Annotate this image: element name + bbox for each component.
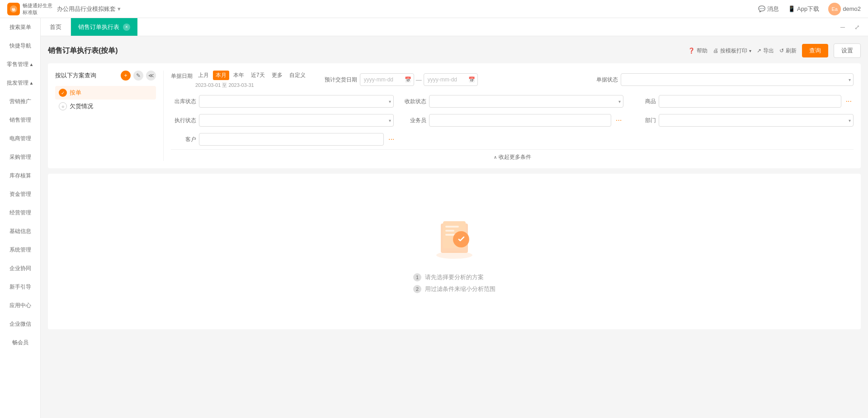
top-bar-left: 畅 畅捷通好生意 标准版 办公用品行业模拟账套 ▾ [7, 2, 121, 15]
message-label: 消息 [767, 5, 779, 13]
scheme-item-by-arrears[interactable]: ○ 欠货情况 [55, 100, 156, 113]
salesperson-more-icon[interactable]: ··· [614, 116, 623, 124]
sidebar-item-enterprise-wechat[interactable]: 企业微信 [0, 315, 40, 333]
sidebar-label: 采购管理 [2, 153, 38, 161]
date-tab-this-year[interactable]: 本年 [231, 71, 247, 80]
order-status-select[interactable] [621, 73, 854, 86]
sidebar-item-inventory[interactable]: 库存核算 [0, 166, 40, 185]
department-label: 部门 [631, 117, 656, 124]
sidebar-item-purchase-mgmt[interactable]: 采购管理 [0, 148, 40, 166]
order-status-field: 单据状态 ▾ [593, 73, 854, 86]
app-download-action[interactable]: 📱 App下载 [788, 5, 819, 13]
sidebar-label: 资金管理 [2, 190, 38, 198]
collapse-panel-button[interactable]: ≪ [146, 71, 156, 81]
minimize-icon[interactable]: ─ [837, 22, 848, 33]
date-tab-custom[interactable]: 自定义 [287, 71, 308, 80]
scheme-item-by-order[interactable]: ✓ 按单 [55, 86, 156, 100]
sidebar-item-wholesale-mgmt[interactable]: 批发管理 ▲ [0, 74, 40, 92]
delivery-status-select[interactable] [199, 95, 394, 108]
collapse-button[interactable]: ∧ 收起更多条件 [494, 153, 531, 161]
user-name: demo2 [843, 5, 861, 12]
tip-2-text: 用过滤条件来缩小分析范围 [425, 285, 495, 293]
date-to-calendar-icon[interactable]: 📅 [468, 76, 475, 83]
user-area[interactable]: Ea demo2 [828, 3, 861, 15]
sidebar-label: 企业协同 [2, 265, 38, 272]
empty-icon [427, 210, 481, 264]
sidebar: 搜索菜单 快捷导航 零售管理 ▲ 批发管理 ▲ 营销推广 销售管理 电商管理 采… [0, 18, 41, 418]
top-bar: 畅 畅捷通好生意 标准版 办公用品行业模拟账套 ▾ 💬 消息 📱 App下载 E… [0, 0, 868, 18]
content-area: 首页 销售订单执行表 × ─ ⤢ 销售订单执行表(按单) ❓ [41, 18, 868, 418]
sidebar-item-retail-mgmt[interactable]: 零售管理 ▲ [0, 55, 40, 74]
add-scheme-button[interactable]: + [121, 71, 131, 81]
payment-status-select[interactable] [429, 95, 624, 108]
svg-text:畅: 畅 [12, 8, 15, 12]
refresh-button[interactable]: ↺ 刷新 [779, 47, 797, 55]
message-icon: 💬 [758, 5, 765, 12]
export-button[interactable]: ↗ 导出 [757, 47, 774, 55]
customer-input[interactable] [199, 133, 384, 146]
sidebar-item-system-mgmt[interactable]: 系统管理 [0, 241, 40, 259]
export-icon: ↗ [757, 48, 761, 54]
sidebar-item-search-menu[interactable]: 搜索菜单 [0, 18, 40, 37]
sidebar-item-quick-nav[interactable]: 快捷导航 [0, 37, 40, 55]
sidebar-item-marketing[interactable]: 营销推广 [0, 92, 40, 111]
tab-close-button[interactable]: × [123, 24, 130, 31]
sidebar-item-basic-info[interactable]: 基础信息 [0, 222, 40, 241]
salesperson-input[interactable] [429, 114, 611, 127]
sidebar-item-finance[interactable]: 资金管理 [0, 185, 40, 204]
expected-delivery-label: 预计交货日期 [325, 76, 357, 84]
breadcrumb-text: 办公用品行业模拟账套 [57, 5, 116, 13]
sidebar-item-app-center[interactable]: 应用中心 [0, 296, 40, 315]
message-action[interactable]: 💬 消息 [758, 5, 779, 13]
sidebar-item-operations[interactable]: 经营管理 [0, 204, 40, 222]
department-field: 部门 ▾ [631, 114, 854, 127]
export-label: 导出 [763, 47, 774, 55]
edit-scheme-button[interactable]: ✎ [133, 71, 143, 81]
payment-status-label: 收款状态 [401, 98, 426, 105]
sidebar-label: 批发管理 [7, 79, 28, 87]
exec-status-select[interactable] [199, 114, 394, 127]
date-tab-last-7-days[interactable]: 近7天 [248, 71, 268, 80]
main-layout: 搜索菜单 快捷导航 零售管理 ▲ 批发管理 ▲ 营销推广 销售管理 电商管理 采… [0, 18, 868, 418]
sidebar-label: 搜索菜单 [2, 24, 38, 31]
search-button[interactable]: 查询 [802, 44, 828, 57]
department-select[interactable] [659, 114, 854, 127]
left-panel-actions: + ✎ ≪ [121, 71, 156, 81]
sidebar-label: 畅会员 [2, 339, 38, 347]
date-tab-more[interactable]: 更多 [269, 71, 285, 80]
expected-delivery-range: 📅 — 📅 [360, 73, 585, 86]
sidebar-item-sales-mgmt[interactable]: 销售管理 [0, 111, 40, 129]
date-tab-this-month[interactable]: 本月 [213, 71, 229, 80]
date-from-calendar-icon[interactable]: 📅 [405, 76, 411, 83]
customer-more-icon[interactable]: ··· [387, 135, 396, 143]
settings-button[interactable]: 设置 [834, 43, 861, 58]
sidebar-item-vip[interactable]: 畅会员 [0, 333, 40, 352]
breadcrumb-arrow-icon[interactable]: ▾ [118, 5, 121, 12]
tab-home[interactable]: 首页 [41, 18, 71, 36]
empty-tip-2: 2 用过滤条件来缩小分析范围 [413, 285, 495, 293]
tab-sales-order[interactable]: 销售订单执行表 × [71, 18, 137, 36]
goods-more-icon[interactable]: ··· [844, 97, 854, 105]
tab-active-label: 销售订单执行表 [78, 23, 119, 31]
svg-rect-6 [445, 230, 454, 232]
goods-input[interactable] [659, 95, 841, 108]
filter-row-2: 出库状态 ▾ 收款状态 [171, 95, 854, 108]
sidebar-item-enterprise[interactable]: 企业协同 [0, 259, 40, 278]
sidebar-label: 经营管理 [2, 209, 38, 217]
page-title: 销售订单执行表(按单) [48, 46, 118, 56]
collapse-row: ∧ 收起更多条件 [171, 149, 854, 161]
payment-status-field: 收款状态 ▾ [401, 95, 624, 108]
date-tab-last-month[interactable]: 上月 [195, 71, 212, 80]
tip-1-text: 请先选择要分析的方案 [425, 273, 484, 281]
maximize-icon[interactable]: ⤢ [852, 22, 863, 33]
print-button[interactable]: 🖨 按模板打印 ▾ [713, 47, 751, 55]
tab-bar: 首页 销售订单执行表 × ─ ⤢ [41, 18, 868, 36]
breadcrumb-area: 办公用品行业模拟账套 ▾ [57, 5, 121, 13]
help-button[interactable]: ❓ 帮助 [688, 47, 708, 55]
sidebar-item-newbie[interactable]: 新手引导 [0, 278, 40, 296]
print-label: 按模板打印 [720, 47, 747, 55]
filter-row-4: 客户 ··· [171, 133, 854, 146]
salesperson-label: 业务员 [401, 117, 426, 124]
sidebar-label: 系统管理 [2, 246, 38, 254]
sidebar-item-ecommerce[interactable]: 电商管理 [0, 129, 40, 148]
